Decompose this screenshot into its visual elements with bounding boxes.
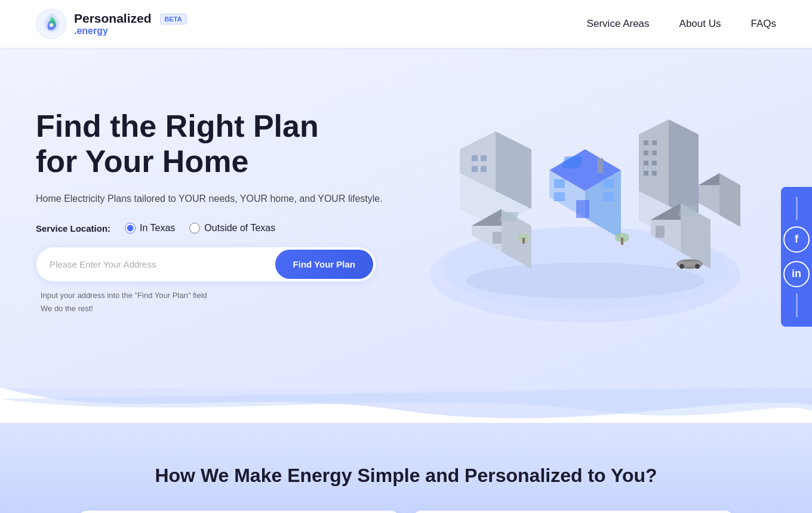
nav-about-us[interactable]: About Us bbox=[679, 18, 721, 30]
svg-rect-42 bbox=[678, 206, 697, 216]
svg-rect-37 bbox=[499, 212, 518, 222]
wave-divider bbox=[0, 387, 812, 423]
how-section-title: How We Make Energy Simple and Personaliz… bbox=[36, 465, 776, 487]
header: Personalized BETA .energy Service Areas … bbox=[0, 0, 812, 48]
nav-faqs[interactable]: FAQs bbox=[751, 18, 776, 30]
logo-name: Personalized bbox=[74, 11, 152, 26]
svg-marker-43 bbox=[719, 173, 740, 227]
svg-rect-9 bbox=[472, 166, 478, 172]
svg-rect-28 bbox=[652, 150, 657, 155]
svg-rect-20 bbox=[562, 156, 583, 168]
svg-rect-31 bbox=[644, 171, 648, 176]
hero-subtitle: Home Electricity Plans tailored to YOUR … bbox=[36, 192, 394, 206]
svg-rect-30 bbox=[652, 161, 657, 165]
cards-grid: 🔍 Our AI-Powered Search Engine compares … bbox=[78, 511, 734, 513]
svg-rect-19 bbox=[603, 192, 614, 201]
logo-energy: .energy bbox=[74, 26, 187, 36]
svg-rect-17 bbox=[554, 192, 565, 201]
radio-outside-texas[interactable]: Outside of Texas bbox=[189, 223, 275, 234]
social-sidebar: f in bbox=[781, 187, 812, 327]
svg-rect-25 bbox=[644, 140, 648, 145]
card-2: ✏️ By analyzing your home location and p… bbox=[412, 511, 734, 513]
logo-area: Personalized BETA .energy bbox=[36, 8, 187, 39]
svg-rect-41 bbox=[656, 226, 665, 238]
logo-icon bbox=[36, 8, 67, 39]
radio-outside-input[interactable] bbox=[189, 223, 200, 234]
address-input[interactable] bbox=[36, 250, 273, 279]
find-plan-button[interactable]: Find Your Plan bbox=[275, 250, 373, 279]
social-line-bottom bbox=[796, 293, 798, 317]
hero-title: Find the Right Plan for Your Home bbox=[36, 109, 394, 180]
svg-point-1 bbox=[50, 23, 53, 27]
nav-service-areas[interactable]: Service Areas bbox=[587, 18, 650, 30]
hero-section: Find the Right Plan for Your Home Home E… bbox=[0, 48, 812, 388]
svg-rect-36 bbox=[493, 232, 502, 244]
radio-outside-label: Outside of Texas bbox=[204, 223, 275, 234]
svg-rect-15 bbox=[576, 200, 589, 218]
svg-point-48 bbox=[679, 264, 684, 269]
service-location: Service Location: In Texas Outside of Te… bbox=[36, 223, 394, 234]
card-1: 🔍 Our AI-Powered Search Engine compares … bbox=[78, 511, 400, 513]
hero-illustration bbox=[394, 84, 776, 340]
svg-point-49 bbox=[695, 264, 700, 269]
radio-in-texas-input[interactable] bbox=[125, 223, 136, 234]
svg-rect-8 bbox=[481, 155, 487, 161]
service-location-label: Service Location: bbox=[36, 223, 110, 234]
svg-rect-27 bbox=[644, 150, 648, 155]
svg-rect-32 bbox=[652, 171, 657, 176]
social-line-top bbox=[796, 196, 798, 220]
how-section: How We Make Energy Simple and Personaliz… bbox=[0, 423, 812, 513]
linkedin-button[interactable]: in bbox=[783, 261, 810, 287]
svg-point-54 bbox=[466, 263, 705, 299]
hero-content: Find the Right Plan for Your Home Home E… bbox=[36, 109, 394, 316]
svg-rect-53 bbox=[522, 238, 525, 244]
city-illustration bbox=[412, 84, 758, 340]
svg-marker-45 bbox=[699, 173, 719, 185]
radio-in-texas-label: In Texas bbox=[140, 223, 175, 234]
svg-rect-7 bbox=[472, 155, 478, 161]
beta-badge: BETA bbox=[160, 14, 187, 24]
search-bar: Find Your Plan bbox=[36, 247, 376, 282]
svg-rect-26 bbox=[652, 140, 657, 145]
svg-rect-10 bbox=[481, 166, 487, 172]
svg-rect-29 bbox=[644, 161, 648, 165]
svg-rect-16 bbox=[554, 179, 565, 188]
svg-rect-18 bbox=[603, 179, 614, 188]
radio-in-texas[interactable]: In Texas bbox=[125, 223, 175, 234]
facebook-button[interactable]: f bbox=[783, 226, 810, 253]
svg-rect-21 bbox=[597, 158, 603, 173]
svg-rect-51 bbox=[621, 238, 623, 245]
search-hint: Input your address into the "Find Your P… bbox=[36, 289, 394, 315]
social-bar: f in bbox=[781, 187, 812, 327]
nav: Service Areas About Us FAQs bbox=[587, 18, 776, 30]
